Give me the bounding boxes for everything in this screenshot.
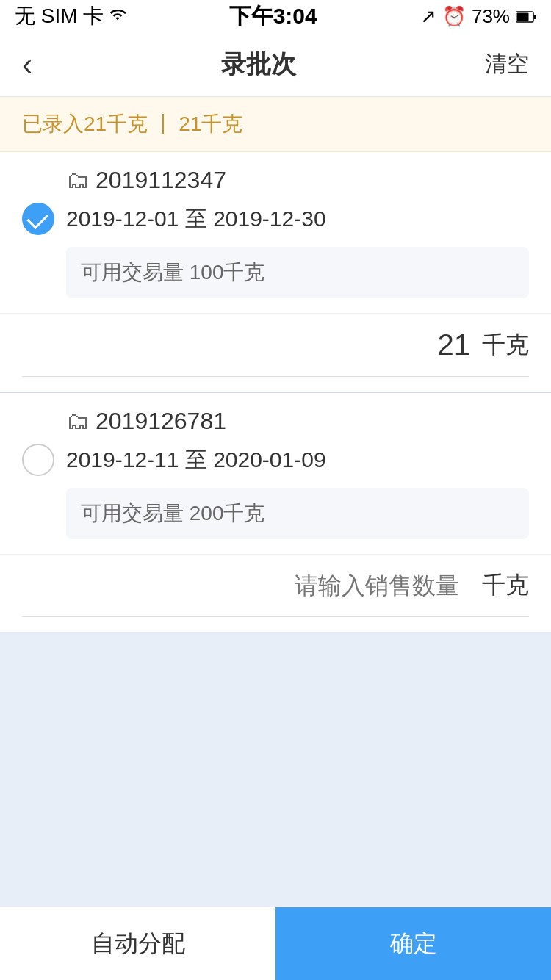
clear-button[interactable]: 清空	[485, 49, 529, 79]
page-title: 录批次	[221, 48, 296, 82]
batch-card-2-inner: 🗂 2019126781 2019-12-11 至 2020-01-09 可用交…	[0, 393, 551, 554]
batch-2-avail: 可用交易量 200千克	[81, 502, 265, 525]
battery-label: 73%	[472, 5, 510, 28]
svg-rect-1	[534, 15, 536, 19]
status-right: ↗ ⏰ 73%	[420, 5, 536, 28]
svg-rect-2	[517, 12, 529, 21]
alarm-icon: ⏰	[442, 5, 466, 28]
confirm-button[interactable]: 确定	[276, 907, 551, 980]
batch-1-id: 2019112347	[96, 167, 226, 194]
batch-1-quantity-unit: 千克	[482, 329, 529, 361]
batch-1-id-row: 🗂 2019112347	[22, 167, 529, 194]
batch-2-avail-row: 可用交易量 200千克	[66, 488, 529, 539]
batch-2-id: 2019126781	[96, 408, 226, 435]
sim-label: 无 SIM 卡	[15, 2, 104, 30]
location-icon: ↗	[420, 5, 436, 28]
batch-1-date: 2019-12-01 至 2019-12-30	[66, 204, 326, 234]
batch-card-1: 🗂 2019112347 2019-12-01 至 2019-12-30 可用交…	[0, 152, 551, 392]
batch-1-quantity-row: 21 千克	[0, 313, 551, 376]
auto-distribute-button[interactable]: 自动分配	[0, 907, 276, 980]
batch-2-input-row: 千克	[0, 554, 551, 616]
nav-bar: ‹ 录批次 清空	[0, 32, 551, 97]
batch-2-unit: 千克	[482, 569, 529, 602]
batch-card-1-inner: 🗂 2019112347 2019-12-01 至 2019-12-30 可用交…	[0, 152, 551, 313]
batch-card-2: 🗂 2019126781 2019-12-11 至 2020-01-09 可用交…	[0, 393, 551, 632]
batch-2-quantity-input[interactable]	[22, 572, 470, 599]
batch-1-date-row[interactable]: 2019-12-01 至 2019-12-30	[22, 203, 529, 235]
batch-1-icon: 🗂	[66, 167, 90, 194]
batch-1-quantity-value: 21	[438, 328, 471, 361]
summary-divider	[162, 114, 164, 134]
status-bar: 无 SIM 卡 下午3:04 ↗ ⏰ 73%	[0, 0, 551, 32]
battery-icon	[516, 5, 536, 28]
batch-2-icon: 🗂	[66, 408, 90, 435]
batch-1-avail: 可用交易量 100千克	[81, 261, 265, 284]
summary-value: 21千克	[179, 110, 242, 138]
batch-2-radio[interactable]	[22, 444, 54, 476]
bottom-bg	[0, 632, 551, 926]
batch-2-date-row[interactable]: 2019-12-11 至 2020-01-09	[22, 444, 529, 476]
status-left: 无 SIM 卡	[15, 2, 126, 30]
status-time: 下午3:04	[229, 1, 317, 32]
wifi-icon	[109, 4, 126, 28]
back-button[interactable]: ‹	[22, 49, 32, 80]
batch-1-radio[interactable]	[22, 203, 54, 235]
batch-2-date: 2019-12-11 至 2020-01-09	[66, 445, 326, 475]
batch-1-avail-row: 可用交易量 100千克	[66, 247, 529, 298]
batch-2-id-row: 🗂 2019126781	[22, 408, 529, 435]
bottom-bar: 自动分配 确定	[0, 907, 551, 980]
summary-label: 已录入21千克	[22, 110, 148, 138]
summary-banner: 已录入21千克 21千克	[0, 97, 551, 152]
